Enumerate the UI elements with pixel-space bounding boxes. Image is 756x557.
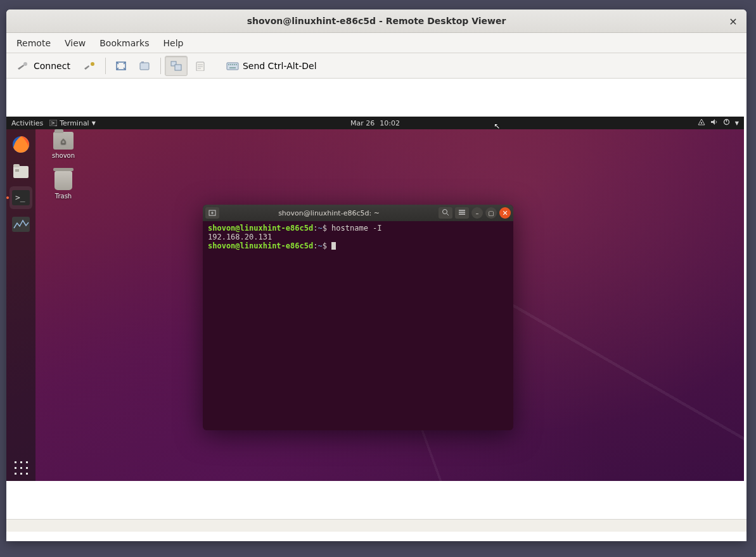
gnome-terminal-window[interactable]: shovon@linuxhint-e86c5d: ~ – ▢ ✕ <box>203 205 513 430</box>
menu-help[interactable]: Help <box>157 35 189 51</box>
screenshot-button[interactable] <box>134 56 157 76</box>
focused-app-name: Terminal <box>60 119 89 127</box>
svg-rect-26 <box>15 169 19 172</box>
svg-point-33 <box>443 210 447 214</box>
remote-desktop[interactable]: Activities >_ Terminal ▼ Mar 26 10:02 <box>6 117 744 481</box>
keyboard-icon <box>226 61 239 71</box>
svg-point-0 <box>23 62 27 66</box>
maximize-icon: ▢ <box>488 210 494 217</box>
svg-rect-17 <box>229 67 236 68</box>
horizontal-scrollbar[interactable] <box>6 519 746 532</box>
svg-rect-14 <box>232 64 233 65</box>
network-icon <box>698 118 705 127</box>
disconnect-button[interactable] <box>79 56 101 76</box>
readonly-icon <box>195 61 205 71</box>
minimize-icon: – <box>476 210 479 217</box>
prompt-user: shovon@linuxhint-e86c5d <box>208 224 313 233</box>
system-status-area[interactable]: ▼ <box>698 118 739 127</box>
svg-rect-25 <box>13 164 20 167</box>
terminal-body[interactable]: shovon@linuxhint-e86c5d:~$ hostname -I 1… <box>203 221 513 430</box>
prompt-path: ~ <box>317 241 322 250</box>
rdv-menubar: Remote View Bookmarks Help <box>6 33 746 53</box>
topbar-time: 10:02 <box>380 119 400 127</box>
terminal-maximize-button[interactable]: ▢ <box>485 207 497 219</box>
svg-point-20 <box>701 122 702 124</box>
svg-rect-11 <box>227 63 238 70</box>
fullscreen-icon <box>115 61 127 71</box>
send-cad-button[interactable]: Send Ctrl-Alt-Del <box>219 56 324 76</box>
remote-desktop-viewer-window: shovon@linuxhint-e86c5d - Remote Desktop… <box>6 10 746 541</box>
trash-icon <box>54 171 72 190</box>
chevron-down-icon: ▼ <box>735 120 739 126</box>
firefox-icon <box>11 135 30 154</box>
plug-icon <box>17 61 30 71</box>
dock-firefox[interactable] <box>10 133 32 156</box>
desktop-icon-home[interactable]: ⌂ shovon <box>46 132 81 159</box>
system-monitor-icon <box>12 217 30 232</box>
svg-rect-4 <box>141 61 144 63</box>
rdv-viewport: Activities >_ Terminal ▼ Mar 26 10:02 <box>6 79 746 541</box>
svg-rect-24 <box>13 166 29 178</box>
activities-button[interactable]: Activities <box>11 119 43 127</box>
terminal-search-button[interactable] <box>439 207 452 219</box>
screenshot-icon <box>139 61 151 71</box>
dock-terminal[interactable]: >_ <box>10 186 32 209</box>
hamburger-icon <box>458 209 466 217</box>
chevron-down-icon: ▼ <box>92 120 96 126</box>
svg-rect-16 <box>236 64 237 65</box>
gnome-top-bar: Activities >_ Terminal ▼ Mar 26 10:02 <box>6 117 744 129</box>
menu-remote[interactable]: Remote <box>10 35 57 51</box>
rdv-toolbar: Connect <box>6 53 746 79</box>
menu-bookmarks[interactable]: Bookmarks <box>93 35 155 51</box>
svg-point-1 <box>91 62 94 66</box>
svg-line-34 <box>447 214 449 215</box>
apps-grid-icon <box>13 459 29 476</box>
unplug-icon <box>84 61 96 71</box>
prompt-path: ~ <box>317 224 322 233</box>
rdv-title: shovon@linuxhint-e86c5d - Remote Desktop… <box>247 16 506 26</box>
desktop-icon-trash[interactable]: Trash <box>46 171 81 200</box>
terminal-icon: >_ <box>12 190 30 205</box>
connect-label: Connect <box>34 61 70 71</box>
svg-text:>_: >_ <box>15 193 25 202</box>
terminal-cursor <box>331 242 336 250</box>
focused-app-menu[interactable]: >_ Terminal ▼ <box>49 119 96 127</box>
viewport-padding-bottom <box>6 481 746 519</box>
scaling-button[interactable] <box>165 56 188 76</box>
terminal-minimize-button[interactable]: – <box>471 207 483 219</box>
dock-show-apps[interactable] <box>6 459 35 476</box>
connect-button[interactable]: Connect <box>10 56 77 76</box>
close-icon: ✕ <box>729 16 737 28</box>
dock-files[interactable] <box>10 160 32 182</box>
home-icon: ⌂ <box>53 132 74 150</box>
svg-rect-12 <box>228 64 229 65</box>
close-window-button[interactable]: ✕ <box>726 15 740 29</box>
new-tab-icon <box>208 210 216 216</box>
terminal-title: shovon@linuxhint-e86c5d: ~ <box>222 209 436 217</box>
scaling-icon <box>170 61 182 71</box>
terminal-titlebar[interactable]: shovon@linuxhint-e86c5d: ~ – ▢ ✕ <box>203 205 513 221</box>
volume-icon <box>710 118 718 127</box>
viewport-padding-top <box>6 79 746 117</box>
toolbar-separator <box>105 58 106 74</box>
prompt-user: shovon@linuxhint-e86c5d <box>208 241 313 250</box>
dock-system-monitor[interactable] <box>10 213 32 236</box>
rdv-titlebar[interactable]: shovon@linuxhint-e86c5d - Remote Desktop… <box>6 10 746 33</box>
desktop-icon-label: shovon <box>52 152 75 159</box>
svg-rect-15 <box>234 64 235 65</box>
terminal-hamburger-button[interactable] <box>455 207 469 219</box>
terminal-close-button[interactable]: ✕ <box>499 207 511 219</box>
power-icon <box>723 118 730 127</box>
svg-text:>_: >_ <box>51 120 57 126</box>
send-cad-label: Send Ctrl-Alt-Del <box>243 61 317 71</box>
terminal-new-tab-button[interactable] <box>205 207 219 219</box>
svg-rect-3 <box>140 63 149 70</box>
toolbar-separator-2 <box>160 58 161 74</box>
search-icon <box>442 208 449 217</box>
desktop-icon-label: Trash <box>55 193 72 200</box>
menu-view[interactable]: View <box>58 35 92 51</box>
view-only-button[interactable] <box>189 56 212 76</box>
clock-area[interactable]: Mar 26 10:02 <box>350 119 400 127</box>
svg-rect-13 <box>230 64 231 65</box>
fullscreen-button[interactable] <box>110 56 132 76</box>
